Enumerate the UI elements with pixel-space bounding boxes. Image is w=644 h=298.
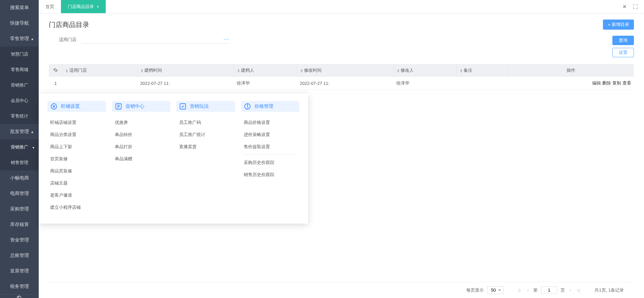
col-header-0[interactable]: ▲▼适用门店 — [62, 64, 137, 77]
sidebar-item-label: 营销推广 — [11, 82, 28, 88]
sidebar-item-2[interactable]: 零售管理▲ — [0, 31, 39, 46]
per-page-select[interactable]: 50 — [487, 286, 504, 294]
flyout-item[interactable]: 员工推广码 — [176, 117, 235, 129]
tab-1[interactable]: 门店商品目录× — [61, 0, 106, 13]
flyout-heading-label: 营销玩法 — [190, 103, 209, 109]
tab-label: 首页 — [45, 4, 54, 10]
sidebar-item-1[interactable]: 快捷导航 — [0, 15, 39, 31]
next-page-icon[interactable]: › — [568, 288, 572, 293]
sidebar-settings[interactable] — [0, 294, 39, 298]
query-button[interactable]: 查询 — [612, 36, 634, 45]
sidebar-item-4[interactable]: 零售商城 — [0, 62, 39, 77]
flyout-item[interactable]: 单品满赠 — [112, 153, 171, 165]
flyout-item[interactable]: 老客户邀请 — [47, 189, 106, 201]
sidebar-item-label: 批发管理 — [10, 129, 29, 135]
flyout-heading-label: 旺铺设置 — [61, 103, 80, 109]
pagination: 每页显示 50 |‹ ‹ 第 页 › ›| 共1页, 1条记录 — [49, 282, 634, 298]
col-header-label: 备注 — [464, 68, 472, 73]
sidebar-item-label: 库存核算 — [10, 222, 29, 228]
page-input[interactable] — [541, 286, 557, 294]
section-icon — [179, 103, 187, 110]
sidebar-item-17[interactable]: 发票管理 — [0, 263, 39, 279]
sidebar-item-label: 智慧门店 — [11, 51, 28, 57]
sidebar-item-6[interactable]: 会员中心 — [0, 93, 39, 108]
flyout-item[interactable]: 采购历史价跟踪 — [241, 157, 300, 169]
col-header-label: 操作 — [567, 68, 575, 73]
flyout-item[interactable]: 优惠券 — [112, 117, 171, 129]
sidebar-item-16[interactable]: 总账管理 — [0, 248, 39, 263]
sidebar-item-12[interactable]: 电商管理 — [0, 186, 39, 201]
flyout-item[interactable]: 旺铺店铺设置 — [47, 117, 106, 129]
op-编辑[interactable]: 编辑 — [592, 80, 601, 86]
tab-close-icon[interactable]: × — [97, 4, 99, 9]
op-查看[interactable]: 查看 — [622, 80, 631, 86]
sidebar-item-label: 销售管理 — [11, 160, 28, 166]
sidebar-item-15[interactable]: 资金管理 — [0, 232, 39, 248]
flyout-item[interactable]: 直播卖货 — [176, 141, 235, 153]
sidebar-item-11[interactable]: 小畅电商 — [0, 170, 39, 186]
flyout-item[interactable]: 商品价格设置 — [241, 117, 300, 129]
flyout-item[interactable]: 店铺主题 — [47, 177, 106, 189]
flyout-item[interactable]: 单品打折 — [112, 141, 171, 153]
svg-rect-2 — [180, 104, 186, 109]
sidebar-item-5[interactable]: 营销推广 — [0, 77, 39, 93]
flyout-col-1: 促销中心优惠券单品特价单品打折单品满赠 — [112, 101, 171, 213]
flyout-item[interactable]: 首页装修 — [47, 153, 106, 165]
column-settings[interactable] — [49, 64, 62, 77]
sidebar: 搜索菜单快捷导航零售管理▲智慧门店零售商城营销推广会员中心零售统计批发管理▲营销… — [0, 0, 39, 298]
col-header-1[interactable]: ▲▼建档时间 — [137, 64, 234, 77]
col-header-5[interactable]: ▲▼备注 — [457, 64, 508, 77]
close-icon[interactable]: ✕ — [622, 4, 627, 10]
sidebar-item-label: 电商管理 — [10, 191, 29, 197]
sidebar-item-10[interactable]: 销售管理 — [0, 155, 39, 170]
sidebar-item-9[interactable]: 营销推广◂ — [0, 139, 39, 155]
flyout-item[interactable]: 进价策略设置 — [241, 129, 300, 141]
sidebar-item-label: 会员中心 — [11, 98, 28, 104]
sidebar-item-label: 快捷导航 — [10, 20, 29, 26]
col-header-6[interactable]: 操作 — [508, 64, 634, 77]
first-page-icon[interactable]: |‹ — [517, 288, 522, 293]
flyout-item[interactable]: 商品分类设置 — [47, 129, 106, 141]
op-删除[interactable]: 删除 — [602, 80, 611, 86]
col-header-2[interactable]: ▲▼建档人 — [234, 64, 297, 77]
ops-cell: 编辑删除复制查看 — [508, 77, 634, 90]
arrow-icon: ▲ — [31, 130, 34, 134]
sidebar-item-8[interactable]: 批发管理▲ — [0, 124, 39, 139]
marketing-flyout: 旺铺设置旺铺店铺设置商品分类设置商品上下架首页装修商品页装修店铺主题老客户邀请建… — [39, 94, 308, 224]
sidebar-item-18[interactable]: 税务管理 — [0, 279, 39, 294]
flyout-item[interactable]: 单品特价 — [112, 129, 171, 141]
prev-page-icon[interactable]: ‹ — [526, 288, 530, 293]
sidebar-item-0[interactable]: 搜索菜单 — [0, 0, 39, 15]
flyout-item[interactable]: 商品页装修 — [47, 165, 106, 177]
add-catalog-button[interactable]: + 新增目录 — [603, 20, 634, 30]
sidebar-item-label: 营销推广 — [11, 144, 28, 150]
tab-label: 门店商品目录 — [68, 4, 94, 10]
fullscreen-icon[interactable]: ⛶ — [633, 4, 638, 9]
flyout-item[interactable]: 售价提取设置 — [241, 141, 300, 153]
flyout-item[interactable]: 建立小程序店铺 — [47, 201, 106, 213]
sidebar-item-label: 发票管理 — [10, 268, 29, 274]
flyout-item[interactable]: 销售历史价跟踪 — [241, 169, 300, 181]
cell: 2022-07-27 11: — [137, 77, 234, 90]
last-page-icon[interactable]: ›| — [576, 288, 581, 293]
sort-icon: ▲▼ — [237, 69, 240, 73]
sidebar-item-3[interactable]: 智慧门店 — [0, 46, 39, 62]
tab-0[interactable]: 首页 — [39, 0, 61, 13]
sidebar-item-14[interactable]: 库存核算 — [0, 217, 39, 232]
col-header-4[interactable]: ▲▼修改人 — [394, 64, 456, 77]
flyout-item[interactable]: 员工推广统计 — [176, 129, 235, 141]
flyout-col-3: 价格管理商品价格设置进价策略设置售价提取设置采购历史价跟踪销售历史价跟踪 — [241, 101, 300, 213]
sidebar-item-13[interactable]: 采购管理 — [0, 201, 39, 217]
arrow-icon: ▲ — [31, 37, 34, 41]
flyout-item[interactable]: 商品上下架 — [47, 141, 106, 153]
col-header-3[interactable]: ▲▼修改时间 — [297, 64, 394, 77]
more-icon[interactable]: ··· — [224, 37, 229, 42]
store-filter-input[interactable] — [81, 36, 229, 44]
sort-icon: ▲▼ — [460, 69, 462, 73]
sidebar-item-label: 采购管理 — [10, 206, 29, 212]
sidebar-item-7[interactable]: 零售统计 — [0, 108, 39, 124]
op-复制[interactable]: 复制 — [612, 80, 621, 86]
settings-button[interactable]: 设置 — [612, 48, 634, 57]
page-suffix: 页 — [561, 287, 565, 293]
sidebar-item-label: 总账管理 — [10, 253, 29, 259]
